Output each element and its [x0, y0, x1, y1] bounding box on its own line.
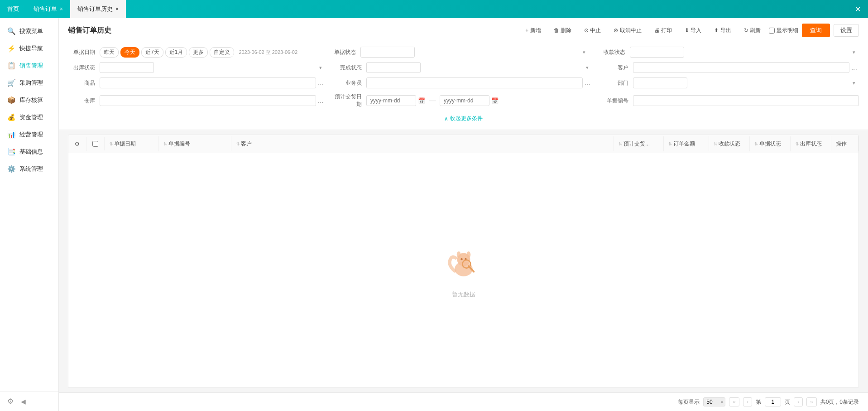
sort-icon-docno: ⇅: [163, 141, 167, 146]
stop-button[interactable]: ⊘ 中止: [580, 25, 605, 36]
sidebar-item-purchase-mgmt-label: 采购管理: [19, 79, 43, 87]
date-btn-today[interactable]: 今天: [120, 47, 139, 58]
filter-area: 单据日期 昨天 今天 近7天 近1月 更多 自定义 2023-06-02 至 2…: [59, 41, 868, 130]
export-button[interactable]: ⬆ 导出: [710, 25, 735, 36]
sidebar-item-search-menu[interactable]: 🔍 搜索菜单: [0, 23, 58, 40]
query-button[interactable]: 查询: [802, 24, 830, 37]
display-cols-checkbox[interactable]: [769, 28, 775, 34]
complete-status-wrap: [366, 62, 592, 73]
th-out-status-label: 出库状态: [800, 140, 822, 148]
refresh-button[interactable]: ↻ 刷新: [739, 25, 765, 36]
new-button[interactable]: + 新增: [521, 25, 545, 36]
prev-page-btn[interactable]: ‹: [743, 397, 752, 406]
delete-button[interactable]: 🗑 删除: [549, 25, 576, 36]
th-doc-status[interactable]: ⇅ 单据状态: [750, 136, 791, 151]
sidebar-item-purchase-mgmt[interactable]: 🛒 采购管理: [0, 74, 58, 92]
doc-no-input[interactable]: [633, 95, 859, 106]
tab-sales-order-history-label: 销售订单历史: [77, 5, 113, 13]
last-page-btn[interactable]: »: [806, 397, 817, 406]
th-settings[interactable]: ⚙: [68, 137, 86, 151]
sidebar-item-inventory[interactable]: 📦 库存核算: [0, 92, 58, 109]
th-out-status[interactable]: ⇅ 出库状态: [791, 136, 831, 151]
page-input[interactable]: [765, 397, 781, 406]
collapse-row[interactable]: ∧ 收起更多条件: [68, 113, 859, 124]
settings-icon: ⚙: [75, 141, 80, 147]
delivery-date-to[interactable]: [440, 95, 489, 106]
basic-info-icon: 📑: [7, 148, 16, 156]
cancel-stop-btn-label: ⊗ 取消中止: [614, 27, 641, 34]
th-doc-no[interactable]: ⇅ 单据编号: [159, 136, 231, 151]
th-customer-label: 客户: [241, 140, 252, 148]
sidebar-item-basic-info-label: 基础信息: [19, 148, 43, 156]
next-page-btn[interactable]: ›: [794, 397, 803, 406]
calendar-to-icon[interactable]: 📅: [491, 97, 499, 104]
th-customer[interactable]: ⇅ 客户: [231, 136, 614, 151]
doc-status-label: 单据状态: [329, 48, 360, 56]
warehouse-input[interactable]: [100, 95, 316, 106]
sort-icon-docstatus: ⇅: [754, 141, 758, 146]
th-delivery[interactable]: ⇅ 预计交货...: [614, 136, 664, 151]
date-btn-custom[interactable]: 自定义: [210, 47, 234, 58]
customer-input[interactable]: [633, 62, 849, 73]
sidebar-item-quick-nav[interactable]: ⚡ 快捷导航: [0, 40, 58, 57]
goods-input[interactable]: [100, 77, 316, 88]
pay-status-select[interactable]: [630, 47, 684, 58]
display-cols-toggle[interactable]: 显示明细: [769, 27, 798, 34]
tab-home[interactable]: 首页: [0, 0, 26, 18]
filter-row-2: 出库状态 完成状态 客户 ...: [68, 62, 859, 73]
out-status-select[interactable]: [100, 62, 154, 73]
calendar-from-icon[interactable]: 📅: [418, 97, 425, 104]
goods-dots[interactable]: ...: [316, 79, 326, 87]
per-page-select[interactable]: 50 10 20 100: [703, 397, 725, 406]
salesman-dots[interactable]: ...: [583, 79, 592, 87]
delete-btn-label: 🗑 删除: [554, 27, 571, 34]
sidebar-item-basic-info[interactable]: 📑 基础信息: [0, 143, 58, 160]
complete-status-select[interactable]: [366, 62, 421, 73]
th-doc-date[interactable]: ⇅ 单据日期: [105, 136, 159, 151]
first-page-btn[interactable]: «: [729, 397, 739, 406]
th-pay-status[interactable]: ⇅ 收款状态: [709, 136, 750, 151]
sidebar-item-finance[interactable]: 💰 资金管理: [0, 109, 58, 126]
filter-row-1: 单据日期 昨天 今天 近7天 近1月 更多 自定义 2023-06-02 至 2…: [68, 47, 859, 58]
delivery-date-from[interactable]: [366, 95, 416, 106]
sidebar-item-system-mgmt[interactable]: ⚙️ 系统管理: [0, 160, 58, 178]
svg-point-3: [466, 251, 470, 257]
sidebar-item-operations[interactable]: 📊 经营管理: [0, 126, 58, 143]
tab-sales-order-close[interactable]: ×: [60, 6, 63, 12]
tab-sales-order-history[interactable]: 销售订单历史 ×: [70, 0, 126, 18]
th-action-label: 操作: [836, 140, 847, 148]
tab-history-close[interactable]: ×: [115, 6, 119, 12]
th-amount[interactable]: ⇅ 订单金额: [664, 136, 709, 151]
window-close-btn[interactable]: ✕: [852, 4, 863, 15]
page-label-prefix: 第: [756, 398, 761, 406]
goods-label: 商品: [68, 79, 100, 87]
th-doc-date-label: 单据日期: [114, 140, 136, 148]
sidebar-item-sales-mgmt-label: 销售管理: [19, 62, 43, 70]
doc-status-select[interactable]: [360, 47, 415, 58]
sidebar-collapse-icon[interactable]: ◀: [21, 398, 26, 405]
date-btn-more[interactable]: 更多: [189, 47, 208, 58]
salesman-input[interactable]: [366, 77, 583, 88]
select-all-checkbox[interactable]: [92, 141, 98, 147]
customer-dots[interactable]: ...: [849, 63, 859, 72]
th-checkbox[interactable]: [86, 137, 105, 150]
sidebar-settings-icon[interactable]: ⚙: [7, 397, 14, 406]
department-select[interactable]: [633, 77, 687, 88]
date-btn-1month[interactable]: 近1月: [165, 47, 187, 58]
cancel-stop-button[interactable]: ⊗ 取消中止: [609, 25, 646, 36]
filter-settings-button[interactable]: 设置: [834, 24, 859, 37]
sales-mgmt-icon: 📋: [7, 62, 16, 70]
customer-field: ...: [633, 62, 859, 73]
main-layout: 🔍 搜索菜单 ⚡ 快捷导航 📋 销售管理 🛒 采购管理 📦 库存核算 💰 资金管…: [0, 18, 868, 411]
date-btn-7days[interactable]: 近7天: [141, 47, 163, 58]
import-button[interactable]: ⬇ 导入: [680, 25, 706, 36]
out-status-wrap: [100, 62, 326, 73]
date-btn-yesterday[interactable]: 昨天: [100, 47, 119, 58]
print-button[interactable]: 🖨 打印: [650, 25, 676, 36]
sidebar-item-sales-mgmt[interactable]: 📋 销售管理: [0, 57, 58, 74]
tab-sales-order[interactable]: 销售订单 ×: [26, 0, 70, 18]
warehouse-field: ...: [100, 95, 326, 106]
warehouse-dots[interactable]: ...: [316, 97, 326, 105]
pay-status-label: 收款状态: [598, 48, 630, 56]
export-btn-label: ⬆ 导出: [714, 27, 731, 34]
